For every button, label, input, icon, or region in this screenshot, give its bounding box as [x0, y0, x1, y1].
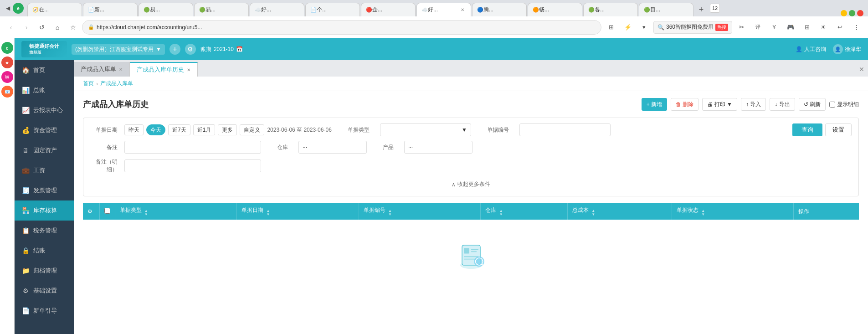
- import-button[interactable]: ↑ 导入: [741, 98, 766, 111]
- tab-item-8[interactable]: ☁️ 好... ✕: [416, 3, 471, 16]
- tab-item-3[interactable]: 🟢 易...: [139, 3, 193, 16]
- home-button[interactable]: ⌂: [51, 21, 64, 34]
- date-btn-today[interactable]: 今天: [146, 124, 165, 135]
- warehouse-filter-select[interactable]: ···: [298, 141, 367, 154]
- forward-button[interactable]: ›: [20, 21, 33, 34]
- nav-item-inventory[interactable]: 🏪 库存核算: [15, 200, 74, 221]
- date-btn-more[interactable]: 更多: [218, 124, 237, 135]
- print-button[interactable]: 🖨 打印 ▼: [702, 98, 737, 111]
- date-btn-custom[interactable]: 自定义: [240, 124, 264, 135]
- nav-item-invoice[interactable]: 🧾 发票管理: [15, 180, 74, 200]
- nav-item-tax[interactable]: 📋 税务管理: [15, 221, 74, 241]
- tab-item-4[interactable]: 🟢 易...: [194, 3, 249, 16]
- new-tab-button[interactable]: +: [694, 3, 708, 16]
- tab-item-10[interactable]: 🟠 畅...: [528, 3, 582, 16]
- select-all-checkbox[interactable]: [104, 208, 110, 214]
- add-account-button[interactable]: +: [169, 44, 180, 55]
- show-columns-checkbox[interactable]: 显示明细: [829, 101, 859, 108]
- scissors-button[interactable]: ✂: [734, 20, 749, 35]
- new-button[interactable]: + 新增: [642, 98, 667, 111]
- undo-button[interactable]: ↩: [832, 20, 847, 35]
- export-button[interactable]: ↓ 导出: [770, 98, 795, 111]
- tab-item-7[interactable]: 🔴 企...: [361, 3, 416, 16]
- tab-inventory-list[interactable]: 产成品入库单 ✕: [74, 62, 130, 77]
- window-close-btn[interactable]: [857, 10, 863, 16]
- bs-icon-1[interactable]: e: [1, 42, 13, 54]
- account-selector[interactable]: (勿删勿禁用）江西服宝测试专用 ▼: [72, 44, 165, 55]
- collapse-filters-button[interactable]: ∧ 收起更多条件: [90, 178, 852, 190]
- breadcrumb-home[interactable]: 首页: [83, 80, 94, 87]
- tab-item-1[interactable]: 🧭 在...: [27, 3, 82, 16]
- show-columns-input[interactable]: [829, 102, 835, 108]
- type-filter-select[interactable]: ▼: [380, 123, 471, 136]
- tab-inventory-close-icon[interactable]: ✕: [119, 67, 123, 72]
- bookmark-button[interactable]: ☆: [67, 21, 79, 34]
- game-button[interactable]: 🎮: [783, 20, 798, 35]
- remark-detail-input[interactable]: [124, 159, 261, 172]
- period-value: 2021-10: [214, 46, 234, 52]
- tab-inventory-history[interactable]: 产成品入库单历史 ✕: [130, 62, 198, 77]
- nav-item-ledger[interactable]: 📊 总账: [15, 80, 74, 100]
- nav-item-fixed[interactable]: 🖥 固定资产: [15, 140, 74, 160]
- refresh-button[interactable]: ↺: [36, 21, 48, 34]
- window-minimize-btn[interactable]: [841, 10, 847, 16]
- dropdown-button[interactable]: ▾: [637, 20, 652, 35]
- delete-button[interactable]: 🗑 删除: [671, 98, 699, 111]
- th-checkbox[interactable]: [99, 203, 115, 220]
- refresh-button[interactable]: ↺ 刷新: [799, 98, 826, 111]
- date-btn-7days[interactable]: 近7天: [168, 124, 190, 135]
- currency-button[interactable]: ¥: [767, 20, 781, 35]
- tab-item-5[interactable]: ☁️ 好...: [250, 3, 304, 16]
- nav-item-closing[interactable]: 🔒 结账: [15, 241, 74, 261]
- set-query-button[interactable]: 设置: [825, 123, 852, 136]
- nav-item-newbill[interactable]: 📄 新单引导: [15, 301, 74, 321]
- lightning-button[interactable]: ⚡: [621, 20, 635, 35]
- breadcrumb-inventory[interactable]: 产成品入库单: [100, 80, 133, 87]
- search-query-button[interactable]: 查询: [792, 123, 822, 136]
- nav-item-home[interactable]: 🏠 首页: [15, 60, 74, 80]
- tab-item-11[interactable]: 🟢 各...: [583, 3, 638, 16]
- number-filter-input[interactable]: [519, 123, 611, 136]
- bs-icon-3[interactable]: W: [1, 71, 13, 83]
- tab-item-12[interactable]: 🟢 目...: [639, 3, 693, 16]
- grid-view-button[interactable]: ⊞: [604, 20, 619, 35]
- th-number[interactable]: 单据编号 ▲▼: [359, 203, 481, 220]
- tab-item-6[interactable]: 📄 个...: [305, 3, 360, 16]
- human-service-button[interactable]: 👤 人工咨询: [796, 46, 826, 53]
- calendar-icon[interactable]: 📅: [236, 46, 243, 52]
- nav-item-salary[interactable]: 💼 工资: [15, 160, 74, 180]
- date-btn-yesterday[interactable]: 昨天: [124, 124, 144, 135]
- product-filter-select[interactable]: ···: [404, 141, 473, 154]
- settings-icon-button[interactable]: ⚙: [185, 44, 196, 55]
- th-settings[interactable]: ⚙: [83, 203, 99, 220]
- window-maximize-btn[interactable]: [849, 10, 855, 16]
- tab-item-9[interactable]: 🔵 腾...: [472, 3, 527, 16]
- tab-label: 目...: [650, 6, 660, 14]
- brightness-button[interactable]: ☀: [816, 20, 831, 35]
- url-bar[interactable]: 🔒 https://cloud.chanjet.com/accounting/u…: [82, 20, 601, 35]
- nav-item-archive[interactable]: 📁 归档管理: [15, 261, 74, 281]
- date-btn-1month[interactable]: 近1月: [193, 124, 216, 135]
- nav-item-reports[interactable]: 📈 云报表中心: [15, 100, 74, 120]
- bs-icon-2[interactable]: ★: [1, 57, 13, 68]
- user-info[interactable]: 👤 徐泽华: [833, 44, 861, 54]
- tab-item-2[interactable]: 📄 新...: [83, 3, 138, 16]
- translate-button[interactable]: 译: [750, 20, 765, 35]
- th-total-cost[interactable]: 总成本 ▲▼: [567, 203, 672, 220]
- tab-count-badge[interactable]: 12: [710, 4, 720, 13]
- tab-history-close-icon[interactable]: ✕: [187, 67, 190, 72]
- nav-item-funds[interactable]: 💰 资金管理: [15, 120, 74, 140]
- more-button[interactable]: ⋮: [849, 20, 863, 35]
- tab-close-icon[interactable]: ✕: [459, 6, 466, 14]
- th-date[interactable]: 单据日期 ▲▼: [237, 203, 359, 220]
- panel-close-button[interactable]: ✕: [855, 63, 868, 76]
- th-warehouse[interactable]: 仓库 ▲▼: [481, 203, 567, 220]
- nav-item-basic[interactable]: ⚙ 基础设置: [15, 281, 74, 301]
- bs-icon-4[interactable]: 📧: [1, 86, 13, 98]
- apps-button[interactable]: ⊞: [800, 20, 814, 35]
- back-button[interactable]: ‹: [5, 21, 17, 34]
- th-status[interactable]: 单据状态 ▲▼: [672, 203, 794, 220]
- remark-filter-input[interactable]: [124, 141, 261, 154]
- table-settings-icon[interactable]: ⚙: [87, 208, 92, 215]
- th-type[interactable]: 单据类型 ▲▼: [115, 203, 237, 220]
